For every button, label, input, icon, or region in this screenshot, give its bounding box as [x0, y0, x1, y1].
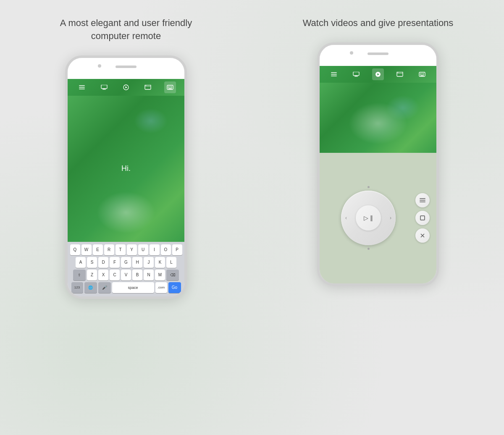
svg-rect-40 — [420, 202, 425, 202]
svg-rect-16 — [169, 87, 170, 88]
toolbar-monitor-icon-right[interactable] — [350, 68, 362, 80]
key-v[interactable]: V — [121, 270, 131, 280]
svg-rect-21 — [331, 76, 337, 76]
dpad-right-arrow[interactable]: › — [390, 215, 391, 221]
svg-rect-31 — [420, 73, 421, 74]
remote-close-button[interactable] — [415, 228, 430, 243]
app-toolbar-left — [68, 79, 184, 96]
svg-rect-17 — [171, 87, 172, 88]
key-dotcom[interactable]: .com — [155, 282, 167, 293]
key-k[interactable]: K — [155, 257, 165, 268]
right-trackpad-area[interactable] — [320, 83, 436, 153]
svg-rect-19 — [331, 72, 337, 73]
left-iphone-frame: Hi. Q W E R T Y U I O P A — [65, 55, 187, 299]
left-panel-title: A most elegant and user friendly compute… — [60, 17, 192, 43]
key-go[interactable]: Go — [168, 282, 181, 293]
svg-rect-15 — [168, 87, 169, 88]
speaker-left — [116, 66, 136, 68]
key-y[interactable]: Y — [127, 244, 137, 255]
dpad-area: ‹ ▷ ‖ › — [326, 186, 410, 250]
svg-rect-3 — [101, 85, 107, 89]
kb-row-4: 123 🌐 🎤 space .com Go — [68, 282, 184, 293]
svg-rect-14 — [171, 86, 172, 87]
camera-dot-right — [350, 51, 353, 55]
svg-rect-22 — [353, 72, 359, 76]
iphone-top-left — [68, 58, 184, 79]
key-m[interactable]: M — [155, 270, 165, 280]
kb-row-2: A S D F G H J K L — [68, 257, 184, 268]
toolbar-play-icon-right[interactable] — [372, 68, 384, 80]
right-trackpad-glow — [349, 102, 407, 144]
remote-stop-button[interactable] — [415, 211, 430, 225]
speaker-right — [368, 52, 388, 55]
toolbar-keyboard-icon-right[interactable] — [416, 68, 428, 80]
key-a[interactable]: A — [76, 257, 86, 268]
right-panel: Watch videos and give presentations — [252, 0, 504, 435]
key-c[interactable]: C — [110, 270, 120, 280]
key-x[interactable]: X — [98, 270, 108, 280]
dpad-left-arrow[interactable]: ‹ — [345, 215, 347, 221]
trackpad-area[interactable]: Hi. — [68, 96, 184, 242]
svg-rect-4 — [103, 89, 105, 89]
svg-rect-38 — [420, 198, 425, 199]
key-globe[interactable]: 🌐 — [84, 282, 97, 293]
key-w[interactable]: W — [81, 244, 92, 255]
svg-rect-20 — [331, 74, 337, 75]
toolbar-play-icon-left[interactable] — [120, 81, 132, 93]
toolbar-monitor-icon-left[interactable] — [98, 81, 110, 93]
dpad-top-dot — [368, 186, 370, 188]
svg-rect-18 — [168, 88, 172, 89]
toolbar-window-icon-right[interactable] — [394, 68, 406, 80]
app-toolbar-right — [320, 66, 436, 83]
key-j[interactable]: J — [144, 257, 154, 268]
play-pause-icon: ▷ ‖ — [364, 215, 373, 221]
svg-rect-39 — [420, 200, 425, 201]
key-e[interactable]: E — [93, 244, 103, 255]
key-q[interactable]: Q — [70, 244, 80, 255]
key-l[interactable]: L — [166, 257, 176, 268]
toolbar-window-icon-left[interactable] — [142, 81, 154, 93]
key-123[interactable]: 123 — [71, 282, 83, 293]
toolbar-keyboard-icon-left[interactable] — [164, 81, 176, 93]
key-r[interactable]: R — [104, 244, 114, 255]
remote-area: ‹ ▷ ‖ › — [320, 153, 436, 283]
app-screen-left: Hi. Q W E R T Y U I O P A — [68, 79, 184, 296]
remote-container: ‹ ▷ ‖ › — [326, 186, 430, 250]
key-o[interactable]: O — [161, 244, 171, 255]
key-n[interactable]: N — [144, 270, 154, 280]
right-iphone-frame: ‹ ▷ ‖ › — [317, 42, 439, 286]
svg-rect-1 — [79, 87, 85, 88]
key-f[interactable]: F — [110, 257, 120, 268]
key-t[interactable]: T — [116, 244, 126, 255]
svg-rect-13 — [169, 86, 170, 87]
key-g[interactable]: G — [121, 257, 131, 268]
key-backspace[interactable]: ⌫ — [166, 270, 179, 280]
key-s[interactable]: S — [87, 257, 97, 268]
dpad-center[interactable]: ▷ ‖ — [356, 205, 381, 231]
svg-rect-0 — [79, 85, 85, 86]
remote-menu-button[interactable] — [415, 193, 430, 207]
svg-rect-23 — [355, 76, 357, 76]
key-mic[interactable]: 🎤 — [98, 282, 111, 293]
key-b[interactable]: B — [132, 270, 142, 280]
hi-text: Hi. — [121, 164, 131, 173]
key-i[interactable]: I — [150, 244, 160, 255]
dpad-ring[interactable]: ‹ ▷ ‖ › — [341, 191, 396, 245]
svg-rect-35 — [421, 74, 422, 75]
toolbar-menu-icon-left[interactable] — [76, 81, 88, 93]
side-buttons — [415, 193, 430, 243]
key-p[interactable]: P — [172, 244, 182, 255]
key-d[interactable]: D — [98, 257, 108, 268]
key-u[interactable]: U — [138, 244, 148, 255]
key-space[interactable]: space — [112, 282, 154, 293]
svg-rect-24 — [354, 76, 358, 76]
key-h[interactable]: H — [132, 257, 142, 268]
trackpad-glow2 — [134, 108, 168, 134]
iphone-top-right — [320, 45, 436, 66]
key-z[interactable]: Z — [87, 270, 97, 280]
key-shift[interactable]: ⇧ — [73, 270, 86, 280]
toolbar-menu-icon-right[interactable] — [328, 68, 340, 80]
svg-rect-37 — [420, 75, 424, 76]
dpad-bottom-dot — [368, 248, 370, 250]
svg-rect-12 — [168, 86, 169, 87]
